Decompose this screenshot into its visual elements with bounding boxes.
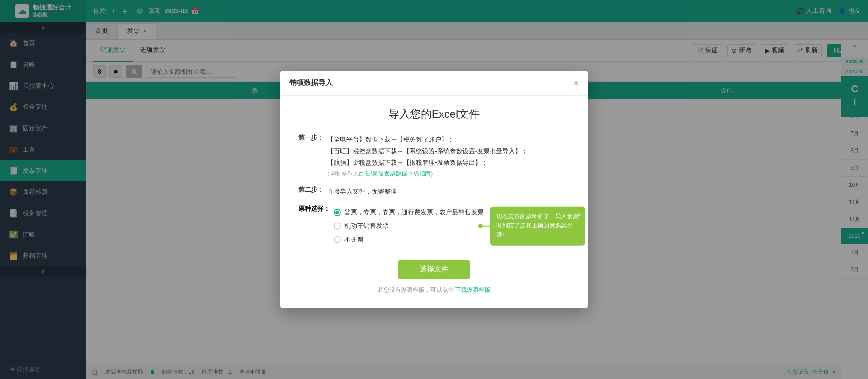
radio-circle-1 <box>334 209 341 216</box>
radio-circle-3 <box>334 236 341 243</box>
modal-header: 销项数据导入 × <box>280 71 588 96</box>
radio-item-2[interactable]: 机动车销售发票 × 现在支持的票种多了，导入发票时别忘了选择正确的发票类型呀! <box>334 222 484 230</box>
step2-label: 第二步： <box>298 186 324 197</box>
modal-body: 导入您的Excel文件 第一步： 【全电平台】数据下载→【税务数字账户】； 【百… <box>280 96 588 308</box>
import-modal: 销项数据导入 × 导入您的Excel文件 第一步： 【全电平台】数据下载→【税务… <box>280 71 588 308</box>
step1-line3: 【航信】金税盘数据下载→【报税管理-发票数据导出】； <box>327 157 570 168</box>
radio-item-3[interactable]: 不开票 <box>334 236 484 244</box>
step1-hint: (详细操作见百旺/航信发票数据下载指南) <box>327 168 570 179</box>
radio-item-1[interactable]: 普票，专票，卷票，通行费发票，农产品销售发票 <box>334 208 484 217</box>
modal-overlay: 销项数据导入 × 导入您的Excel文件 第一步： 【全电平台】数据下载→【税务… <box>0 0 868 379</box>
tooltip-line <box>483 226 490 227</box>
radio-group: 普票，专票，卷票，通行费发票，农产品销售发票 机动车销售发票 × 现在支持的票 <box>334 208 484 249</box>
footer-note-text: 若您没有发票模版，可以点击 <box>377 286 454 293</box>
step1-link[interactable]: 百旺/航信发票数据下载指南 <box>359 170 431 177</box>
radio-label-2: 机动车销售发票 <box>344 222 389 230</box>
step1-line1: 【全电平台】数据下载→【税务数字账户】； <box>327 134 570 145</box>
radio-circle-2 <box>334 223 341 230</box>
tooltip-connector: × 现在支持的票种多了，导入发票时别忘了选择正确的发票类型呀! <box>478 206 585 245</box>
download-template-link[interactable]: 下载发票模版 <box>455 286 491 293</box>
step1-content: 【全电平台】数据下载→【税务数字账户】； 【百旺】税控盘数据下载→【系统设置-系… <box>327 134 570 179</box>
tooltip-close-btn[interactable]: × <box>578 209 581 219</box>
radio-section: 票种选择： 普票，专票，卷票，通行费发票，农产品销售发票 机动车销售发票 <box>298 205 570 249</box>
step2-content: 直接导入文件，无需整理 <box>327 186 570 197</box>
radio-label-3: 不开票 <box>344 236 363 244</box>
radio-label-1: 普票，专票，卷票，通行费发票，农产品销售发票 <box>344 208 484 217</box>
tooltip-bubble: × 现在支持的票种多了，导入发票时别忘了选择正确的发票类型呀! <box>490 206 585 245</box>
modal-big-title: 导入您的Excel文件 <box>298 107 570 121</box>
step1-row: 第一步： 【全电平台】数据下载→【税务数字账户】； 【百旺】税控盘数据下载→【系… <box>298 134 570 179</box>
tooltip-text: 现在支持的票种多了，导入发票时别忘了选择正确的发票类型呀! <box>496 213 579 238</box>
step1-label: 第一步： <box>298 134 324 179</box>
step1-line2: 【百旺】税控盘数据下载→【系统设置-系统参数设置-发票批量导入】； <box>327 146 570 157</box>
step2-row: 第二步： 直接导入文件，无需整理 <box>298 186 570 197</box>
modal-footer: 若您没有发票模版，可以点击 下载发票模版 <box>298 286 570 294</box>
modal-close-button[interactable]: × <box>573 78 579 88</box>
select-file-button[interactable]: 选择文件 <box>398 260 470 279</box>
modal-title: 销项数据导入 <box>289 78 333 88</box>
radio-label: 票种选择： <box>298 205 330 213</box>
tooltip-dot <box>478 224 483 228</box>
